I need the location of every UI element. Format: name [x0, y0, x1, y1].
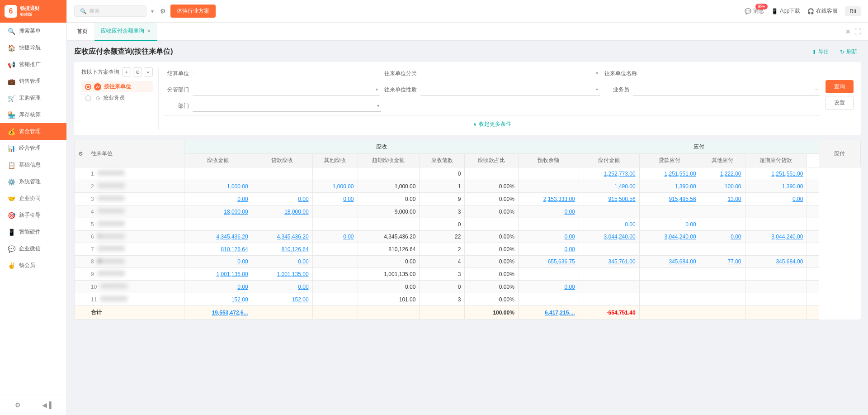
user-label: Rit — [849, 8, 856, 14]
field-wanglai-xz: 往来单位性质 ▾ — [384, 84, 600, 95]
arrow-bumen: ▾ — [377, 103, 379, 108]
sidebar-item-purchase[interactable]: 🛒 采购管理 — [0, 90, 66, 106]
collapse-query-btn[interactable]: « — [144, 67, 153, 76]
logo-icon: 6 — [5, 5, 17, 18]
header-gear-icon[interactable]: ⚙ — [160, 8, 166, 15]
table-row: 3 0.000.000.000.0090.00%2,153,333.00915,… — [75, 193, 861, 205]
input-yewuyuan[interactable]: ··· — [633, 84, 820, 95]
sidebar: 6 畅捷通财 标准版 🔍 搜索菜单 🏠 快捷导航 📢 营销推广 💼 销售管理 🛒… — [0, 0, 67, 415]
service-icon: 🎧 — [807, 8, 814, 14]
settings-query-btn[interactable]: ⊙ — [133, 67, 142, 76]
sidebar-settings-icon[interactable]: ⚙ — [13, 400, 23, 410]
th-ys-je: 应收金额 — [184, 154, 252, 167]
table-scroll-area[interactable]: ⚙ 往来单位 应收 应付 应付 应收金额 贷款应收 其他应收 超期应收金额 应收… — [74, 140, 861, 320]
input-fenguan[interactable]: ▾ — [193, 84, 380, 95]
tab-ar-ap-label: 应收应付余额查询 — [101, 27, 144, 35]
sidebar-item-basic[interactable]: 📋 基础信息 — [0, 157, 66, 173]
sidebar-label-search-menu: 搜索菜单 — [19, 27, 41, 35]
field-yewuyuan: 业务员 ··· — [604, 84, 820, 95]
input-wanglai-fen[interactable]: ▾ — [420, 67, 600, 79]
total-yf-je: -654,751.40 — [579, 306, 639, 320]
add-query-btn[interactable]: + — [122, 67, 131, 76]
tab-ar-ap[interactable]: 应收应付余额查询 ✕ — [94, 23, 157, 41]
th-settings: ⚙ — [75, 140, 87, 167]
sidebar-label-marketing: 营销推广 — [19, 61, 41, 68]
table-row: 6^4,345,436.204,345,436.200.004,345,436.… — [75, 231, 861, 243]
query-header-label: 按以下方案查询 — [81, 68, 119, 76]
input-bumen[interactable]: ▾ — [193, 100, 381, 112]
sidebar-item-system[interactable]: ⚙️ 系统管理 — [0, 173, 66, 190]
header: 🔍 搜索 ▾ ⚙ 体验行业方案 💬 消息 99+ 📱 App下载 🎧 在线客服 … — [67, 0, 868, 23]
purchase-icon: 🛒 — [7, 95, 15, 102]
sidebar-label-sales: 销售管理 — [19, 77, 41, 85]
sidebar-label-purchase: 采购管理 — [19, 94, 41, 102]
th-yingshou-group: 应收 — [184, 140, 579, 154]
page-actions: ⬆ 导出 ↻ 刷新 — [808, 46, 861, 57]
sidebar-collapse-icon[interactable]: ◀▐ — [40, 400, 53, 410]
sidebar-item-guide[interactable]: 🎯 新手引导 — [0, 207, 66, 224]
header-app-download[interactable]: 📱 App下载 — [771, 7, 800, 15]
sidebar-item-operation[interactable]: 📊 经营管理 — [0, 140, 66, 157]
sidebar-item-smart[interactable]: 📱 智能硬件 — [0, 224, 66, 240]
input-jiesuan[interactable]: ··· — [193, 67, 380, 79]
sidebar-item-enterprise[interactable]: 🤝 企业协同 — [0, 190, 66, 207]
refresh-button[interactable]: ↻ 刷新 — [836, 46, 861, 57]
header-message[interactable]: 💬 消息 99+ — [745, 7, 764, 15]
sidebar-label-finance: 资金管理 — [19, 128, 41, 135]
header-user[interactable]: Rit — [845, 6, 861, 16]
collapse-up-icon: ∧ — [473, 121, 477, 128]
app-label: App下载 — [780, 7, 800, 15]
tab-home[interactable]: 首页 — [71, 23, 94, 41]
label-wanglai-mc: 往来单位名称 — [604, 70, 637, 77]
total-yy-ye[interactable]: 6,417,215.... — [518, 306, 579, 320]
sidebar-item-member[interactable]: ✌️ 畅会员 — [0, 257, 66, 274]
export-icon: ⬆ — [812, 49, 816, 55]
total-ys-je[interactable]: 19,553,472,6... — [184, 306, 252, 320]
sidebar-item-quick-nav[interactable]: 🏠 快捷导航 — [0, 39, 66, 56]
logo-sub: 标准版 — [20, 12, 40, 18]
query-submit-button[interactable]: 查询 — [826, 80, 854, 93]
settings-button[interactable]: 设置 — [826, 96, 854, 110]
tab-close-icon[interactable]: ✕ — [147, 29, 151, 33]
th-yf-je: 应付金额 — [579, 154, 639, 167]
message-badge: 99+ — [755, 4, 768, 10]
sidebar-label-quick-nav: 快捷导航 — [19, 44, 41, 52]
table-row: 7 810,126.64810,126.64810,126.6420.00%0.… — [75, 243, 861, 256]
collapse-conditions-btn[interactable]: ∧ 收起更多条件 — [471, 119, 513, 130]
enterprise-icon: 🤝 — [7, 195, 15, 202]
tab-action-close[interactable]: ✕ — [845, 28, 851, 35]
sidebar-item-finance[interactable]: 💰 资金管理 — [0, 123, 66, 140]
header-search[interactable]: 🔍 搜索 — [74, 5, 146, 17]
tab-action-expand[interactable]: ⛶ — [854, 28, 861, 35]
th-chaoqi-yf: 超期应付货款 — [745, 154, 807, 167]
tab-bar: 首页 应收应付余额查询 ✕ ✕ ⛶ — [67, 23, 868, 41]
option-icon-wanglai: W — [94, 83, 101, 91]
input-wanglai-xz[interactable]: ▾ — [420, 84, 600, 95]
tab-actions: ✕ ⛶ — [845, 28, 864, 35]
data-table: ⚙ 往来单位 应收 应付 应付 应收金额 贷款应收 其他应收 超期应收金额 应收… — [74, 140, 861, 320]
field-jiesuan: 结算单位 ··· — [164, 67, 380, 79]
query-option-yewuyuan[interactable]: ◷ 按业务员 — [81, 92, 153, 104]
sidebar-item-search-menu[interactable]: 🔍 搜索菜单 — [0, 23, 66, 39]
sidebar-item-inventory[interactable]: 🏪 库存核算 — [0, 106, 66, 123]
table-row: 2 1,000.001,000.001,000.0010.00%1,490.00… — [75, 180, 861, 193]
label-wanglai-fen: 往来单位分类 — [384, 70, 417, 77]
sidebar-bottom: ⚙ ◀▐ — [0, 395, 66, 415]
table-row: 4 18,000.0018,000.009,000.0030.00%0.00 — [75, 205, 861, 218]
trial-button[interactable]: 体验行业方案 — [170, 5, 216, 18]
page-content: 应收应付余额查询(按往来单位) ⬆ 导出 ↻ 刷新 按以下方案查询 — [67, 41, 868, 415]
sidebar-item-marketing[interactable]: 📢 营销推广 — [0, 56, 66, 73]
header-online-service[interactable]: 🎧 在线客服 — [807, 7, 838, 15]
header-dropdown-arrow[interactable]: ▾ — [151, 8, 154, 14]
query-option-wanglai[interactable]: W 按往来单位 — [81, 81, 153, 92]
page-title-row: 应收应付余额查询(按往来单位) ⬆ 导出 ↻ 刷新 — [74, 46, 861, 57]
export-button[interactable]: ⬆ 导出 — [808, 46, 833, 57]
th-yingfu-group: 应付 — [579, 140, 819, 154]
input-wanglai-mc[interactable] — [641, 67, 820, 79]
search-icon: 🔍 — [80, 8, 87, 14]
sidebar-item-wechat[interactable]: 💬 企业微信 — [0, 240, 66, 257]
field-bumen: 部门 ▾ — [164, 100, 381, 112]
sidebar-item-sales[interactable]: 💼 销售管理 — [0, 73, 66, 90]
table-row: 5 00.000.00 — [75, 218, 861, 231]
service-label: 在线客服 — [816, 7, 838, 15]
